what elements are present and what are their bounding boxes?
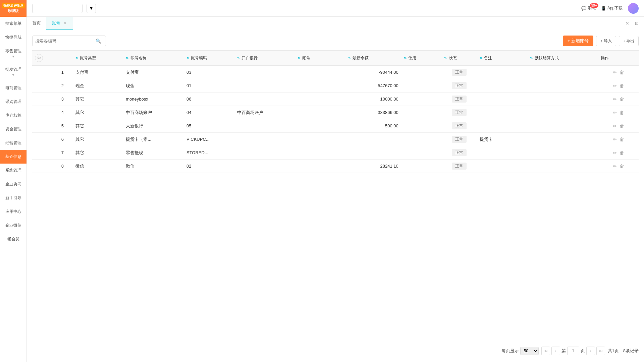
app-download-button[interactable]: 📱 App下载 [601,5,623,11]
edit-icon[interactable]: ✏ [613,123,617,129]
search-input[interactable] [33,37,93,45]
edit-icon[interactable]: ✏ [613,70,617,75]
delete-icon[interactable]: 🗑 [620,70,624,75]
sidebar-item-inventory[interactable]: 库存核算 [0,109,26,122]
sidebar-item-label: 系统管理 [0,168,26,173]
page-size-select[interactable]: 50 100 200 [520,347,539,355]
col-header-code[interactable]: ⇅ 账号编码 [184,51,234,66]
next-page-button[interactable]: › [586,347,595,355]
row-balance: -90444.00 [345,66,401,79]
delete-icon[interactable]: 🗑 [620,137,624,142]
row-payment [527,79,598,93]
row-settings [32,160,52,173]
tab-close-window[interactable]: ✕ [623,19,632,28]
col-header-payment[interactable]: ⇅ 默认结算方式 [527,51,598,66]
row-balance [345,146,401,160]
row-usage [401,106,442,119]
sidebar-item-search[interactable]: 搜索菜单 [0,17,26,31]
col-account-label: 账号 [302,56,310,60]
top-search-input[interactable] [32,4,83,13]
sidebar-item-label: 经营管理 [0,140,26,146]
delete-icon[interactable]: 🗑 [620,83,624,88]
add-account-button[interactable]: + 新增账号 [563,36,593,46]
col-header-settings[interactable]: ⚙ [32,51,52,66]
user-avatar[interactable] [628,3,639,14]
sidebar-item-system[interactable]: 系统管理 [0,164,26,177]
sidebar-item-wholesale[interactable]: 批发管理 ▼ [0,63,26,81]
row-status: 正常 [441,66,477,79]
sidebar-item-apps[interactable]: 应用中心 [0,205,26,219]
delete-icon[interactable]: 🗑 [620,164,624,169]
row-status: 正常 [441,119,477,133]
last-page-button[interactable]: ⏭ [596,347,605,355]
edit-icon[interactable]: ✏ [613,83,617,88]
sort-icon-usage: ⇅ [404,56,407,60]
row-account [295,93,345,106]
col-header-bank[interactable]: ⇅ 开户银行 [234,51,295,66]
edit-icon[interactable]: ✏ [613,137,617,142]
sidebar-item-label: 畅会员 [0,236,26,242]
row-account [295,133,345,146]
row-account [295,66,345,79]
export-button[interactable]: ↓ 导出 [619,36,639,46]
sidebar-item-label: 企业协同 [0,181,26,187]
first-page-button[interactable]: ⏮ [541,347,550,355]
row-code: 02 [184,160,234,173]
edit-icon[interactable]: ✏ [613,150,617,156]
sidebar-item-member[interactable]: 畅会员 [0,232,26,246]
col-header-status[interactable]: ⇅ 状态 [441,51,477,66]
message-button[interactable]: 💬 消息 99+ [581,5,596,11]
row-code: 06 [184,93,234,106]
table-settings-icon[interactable]: ⚙ [35,54,43,62]
col-bank-label: 开户银行 [241,56,258,60]
row-usage [401,133,442,146]
sidebar-item-purchase[interactable]: 采购管理 [0,95,26,109]
tab-maximize-window[interactable]: ⊡ [632,19,641,28]
table-row: 4 其它 中百商场账户 04 中百商场账户 383866.00 正常 ✏ 🗑 [32,106,639,119]
sidebar-item-enterprise[interactable]: 企业协同 [0,177,26,191]
action-icons: ✏ 🗑 [601,110,636,115]
row-note [477,146,528,160]
delete-icon[interactable]: 🗑 [620,97,624,102]
page-number-input[interactable] [567,347,579,355]
row-balance: 547670.00 [345,79,401,93]
edit-icon[interactable]: ✏ [613,110,617,115]
action-icons: ✏ 🗑 [601,137,636,142]
main-area: ▼ 💬 消息 99+ 📱 App下载 首页 账号 × ✕ ⊡ [27,0,644,362]
tab-close-icon[interactable]: × [62,20,68,26]
edit-icon[interactable]: ✏ [613,164,617,169]
row-balance [345,133,401,146]
col-header-type[interactable]: ⇅ 账号类型 [73,51,123,66]
prev-page-button[interactable]: ‹ [551,347,560,355]
sort-icon-note: ⇅ [480,56,482,60]
import-button[interactable]: ↑ 导入 [596,36,616,46]
row-account [295,146,345,160]
edit-icon[interactable]: ✏ [613,97,617,102]
sidebar-item-guide[interactable]: 新手引导 [0,191,26,205]
row-bank [234,119,295,133]
search-button[interactable]: 🔍 [93,36,104,46]
row-action: ✏ 🗑 [598,133,639,146]
tab-account-label: 账号 [52,20,60,26]
col-header-name[interactable]: ⇅ 账号名称 [123,51,184,66]
status-badge: 正常 [452,69,467,76]
sidebar-item-retail[interactable]: 零售管理 ▼ [0,44,26,63]
sidebar-item-wechat[interactable]: 企业微信 [0,219,26,232]
col-header-usage[interactable]: ⇅ 使用... [401,51,442,66]
dropdown-button[interactable]: ▼ [87,4,96,13]
sidebar-item-shortcut[interactable]: 快捷导航 [0,31,26,44]
sidebar-item-ecommerce[interactable]: 电商管理 [0,81,26,95]
col-header-account[interactable]: ⇅ 账号 [295,51,345,66]
sidebar-item-finance[interactable]: 资金管理 [0,122,26,136]
sidebar-item-basic[interactable]: 基础信息 [0,150,26,164]
delete-icon[interactable]: 🗑 [620,123,624,129]
tab-home[interactable]: 首页 [27,17,46,30]
col-balance-label: 最新余额 [353,56,369,60]
tab-account[interactable]: 账号 × [46,17,73,30]
col-header-balance[interactable]: ⇅ 最新余额 [345,51,401,66]
delete-icon[interactable]: 🗑 [620,150,624,156]
col-header-note[interactable]: ⇅ 备注 [477,51,528,66]
sidebar-item-operations[interactable]: 经营管理 [0,136,26,150]
row-type: 现金 [73,79,123,93]
delete-icon[interactable]: 🗑 [620,110,624,115]
